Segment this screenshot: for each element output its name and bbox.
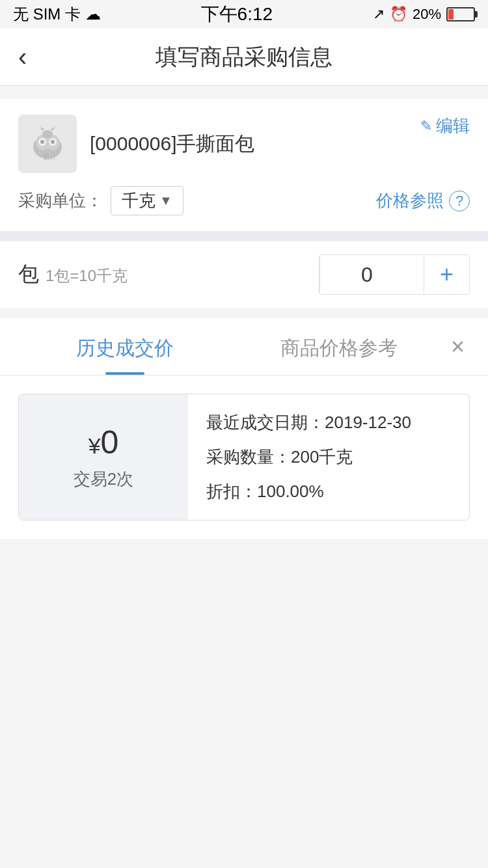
- main-background: [0, 539, 488, 868]
- currency-symbol: ¥: [88, 433, 101, 458]
- recent-date-row: 最近成交日期：2019-12-30: [206, 410, 451, 435]
- quantity-plus-button[interactable]: +: [424, 255, 469, 294]
- purchase-qty-row: 采购数量：200千克: [206, 444, 451, 470]
- purchase-qty-label: 采购数量：: [206, 447, 291, 467]
- product-unit-row: 采购单位： 千克 ▼ 价格参照 ?: [18, 186, 470, 215]
- unit-value: 千克: [122, 189, 156, 212]
- discount-label: 折扣：: [206, 481, 257, 501]
- battery-icon: [446, 7, 475, 21]
- history-card: ¥0 交易2次 最近成交日期：2019-12-30 采购数量：200千克 折扣：…: [18, 394, 470, 521]
- location-icon: ↗: [373, 6, 385, 23]
- quantity-unit: 包: [18, 260, 39, 289]
- tab-panel: 历史成交价 商品价格参考 × ¥0 交易2次 最近成交日期：2019-12-30…: [0, 318, 488, 539]
- status-time: 下午6:12: [201, 2, 273, 27]
- back-button[interactable]: ‹: [18, 42, 27, 72]
- sim-label: 无 SIM 卡 ☁: [13, 4, 101, 25]
- unit-left: 采购单位： 千克 ▼: [18, 186, 183, 215]
- history-price-summary: ¥0 交易2次: [19, 394, 188, 520]
- price-reference-button[interactable]: 价格参照 ?: [376, 189, 470, 212]
- quantity-row: 包 1包=10千克 +: [0, 241, 488, 308]
- edit-button[interactable]: ✎ 编辑: [420, 115, 470, 137]
- discount-row: 折扣：100.00%: [206, 479, 451, 504]
- section-divider: [0, 231, 488, 241]
- dropdown-arrow-icon: ▼: [159, 193, 172, 208]
- battery-percent: 20%: [413, 6, 441, 23]
- history-details: 最近成交日期：2019-12-30 采购数量：200千克 折扣：100.00%: [188, 394, 469, 520]
- status-left: 无 SIM 卡 ☁: [13, 4, 101, 25]
- svg-marker-10: [50, 127, 55, 131]
- tab-close-button[interactable]: ×: [446, 333, 470, 360]
- product-name: [0000006]手撕面包: [90, 131, 254, 157]
- quantity-sublabel: 1包=10千克: [46, 265, 128, 286]
- history-price-value: ¥0: [88, 424, 119, 461]
- svg-marker-9: [40, 127, 45, 131]
- help-icon: ?: [449, 191, 470, 211]
- quantity-controls: +: [319, 254, 470, 295]
- svg-text:数计: 数计: [44, 154, 57, 161]
- quantity-label-group: 包 1包=10千克: [18, 260, 128, 289]
- nav-bar: ‹ 填写商品采购信息: [0, 29, 488, 86]
- tab-header: 历史成交价 商品价格参考 ×: [0, 318, 488, 375]
- product-left: 数计 [0000006]手撕面包: [18, 115, 254, 173]
- tab-content: ¥0 交易2次 最近成交日期：2019-12-30 采购数量：200千克 折扣：…: [0, 375, 488, 539]
- svg-point-6: [51, 140, 55, 144]
- page-title: 填写商品采购信息: [156, 42, 332, 72]
- status-bar: 无 SIM 卡 ☁ 下午6:12 ↗ ⏰ 20%: [0, 0, 488, 29]
- alarm-icon: ⏰: [390, 6, 407, 23]
- edit-label: 编辑: [436, 115, 470, 137]
- discount-value: 100.00%: [257, 481, 324, 501]
- edit-icon: ✎: [420, 118, 432, 135]
- svg-point-5: [40, 140, 44, 144]
- tab-price-reference[interactable]: 商品价格参考: [232, 318, 445, 375]
- product-header: 数计 [0000006]手撕面包 ✎ 编辑: [18, 115, 470, 173]
- purchase-qty-value: 200千克: [291, 447, 353, 467]
- status-right: ↗ ⏰ 20%: [373, 6, 475, 23]
- svg-point-8: [42, 130, 53, 138]
- product-thumbnail: 数计: [18, 115, 77, 173]
- quantity-input[interactable]: [319, 255, 424, 294]
- tab-history-price[interactable]: 历史成交价: [18, 318, 232, 375]
- unit-label: 采购单位：: [18, 189, 103, 212]
- product-card: 数计 [0000006]手撕面包 ✎ 编辑 采购单位： 千克 ▼ 价格参照 ?: [0, 99, 488, 231]
- price-number: 0: [101, 424, 119, 461]
- owl-logo-icon: 数计: [28, 124, 67, 163]
- recent-date-value: 2019-12-30: [325, 413, 411, 432]
- unit-select[interactable]: 千克 ▼: [111, 186, 183, 215]
- recent-date-label: 最近成交日期：: [206, 413, 325, 432]
- history-trades-count: 交易2次: [74, 468, 133, 491]
- price-ref-label: 价格参照: [376, 189, 444, 212]
